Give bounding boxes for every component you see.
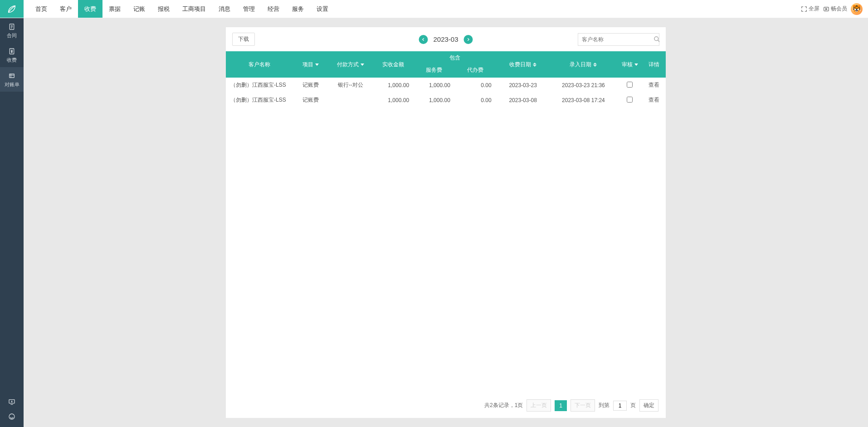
cell-agency-fee: 0.00 xyxy=(455,93,496,108)
th-customer: 客户名称 xyxy=(226,51,293,78)
pager-next-button[interactable]: 下一页 xyxy=(571,399,595,412)
th-include: 包含 xyxy=(414,51,496,64)
cell-audit xyxy=(617,78,643,93)
topnav-item-11[interactable]: 设置 xyxy=(310,0,335,18)
fullscreen-label: 全屏 xyxy=(809,5,819,13)
avatar[interactable]: 🐯 xyxy=(851,3,863,15)
date-switcher: 2023-03 xyxy=(419,35,473,44)
sidebar-item-0[interactable]: 合同 xyxy=(0,18,24,43)
next-month-button[interactable] xyxy=(464,35,473,44)
cell-pay-method xyxy=(329,93,372,108)
member-label: 畅会员 xyxy=(831,5,847,13)
chevron-left-icon xyxy=(421,37,425,42)
audit-checkbox[interactable] xyxy=(627,82,633,88)
topnav-item-5[interactable]: 报税 xyxy=(151,0,176,18)
cell-detail: 查看 xyxy=(643,78,666,93)
caret-down-icon xyxy=(315,64,319,66)
cell-agency-fee: 0.00 xyxy=(455,78,496,93)
search-box xyxy=(578,33,659,46)
panel-toolbar: 下载 2023-03 xyxy=(226,27,666,51)
fullscreen-icon xyxy=(801,6,807,12)
cell-service-fee: 1,000.00 xyxy=(414,78,455,93)
chevron-right-icon xyxy=(466,37,471,42)
search-input[interactable] xyxy=(578,36,653,43)
download-button[interactable]: 下载 xyxy=(232,33,255,46)
cell-service-fee: 1,000.00 xyxy=(414,93,455,108)
sidebar-item-1[interactable]: 收费 xyxy=(0,43,24,67)
pager-goto-prefix: 到第 xyxy=(599,402,610,409)
table-row: （勿删）江西服宝-LSS记账费银行--对公1,000.001,000.000.0… xyxy=(226,78,666,93)
pager-goto-suffix: 页 xyxy=(630,402,636,409)
pagination: 共2条记录，1页 上一页 1 下一页 到第 页 确定 xyxy=(226,393,666,418)
play-box-icon xyxy=(823,6,829,12)
topnav-item-3[interactable]: 票据 xyxy=(102,0,127,18)
pager-page-1[interactable]: 1 xyxy=(555,400,567,411)
cell-customer: （勿删）江西服宝-LSS xyxy=(226,93,293,108)
sidebar-item-label: 合同 xyxy=(7,32,17,39)
th-entry-date[interactable]: 录入日期 xyxy=(550,51,617,78)
member-button[interactable]: 畅会员 xyxy=(823,5,847,13)
pager-confirm-button[interactable]: 确定 xyxy=(639,399,658,412)
th-audit[interactable]: 审核 xyxy=(617,51,643,78)
pager-goto-input[interactable] xyxy=(613,401,627,411)
sheet-icon xyxy=(8,72,16,80)
topnav-item-9[interactable]: 经营 xyxy=(261,0,286,18)
search-icon xyxy=(653,36,660,43)
svg-rect-3 xyxy=(10,74,15,78)
th-service-fee: 服务费 xyxy=(414,64,455,78)
th-charge-date[interactable]: 收费日期 xyxy=(496,51,550,78)
content-area: 下载 2023-03 xyxy=(24,18,868,427)
table-header: 客户名称 项目 付款方式 实收金额 包含 收费日期 录入日期 审核 详情 服务费… xyxy=(226,51,666,78)
topnav-item-1[interactable]: 客户 xyxy=(54,0,78,18)
support-icon[interactable] xyxy=(8,412,16,421)
top-nav: 首页客户收费票据记账报税工商项目消息管理经营服务设置 xyxy=(24,0,335,18)
table-row: （勿删）江西服宝-LSS记账费1,000.001,000.000.002023-… xyxy=(226,93,666,108)
current-date: 2023-03 xyxy=(433,35,458,43)
topnav-item-6[interactable]: 工商项目 xyxy=(176,0,212,18)
sidebar-item-label: 收费 xyxy=(7,57,17,64)
data-table: 客户名称 项目 付款方式 实收金额 包含 收费日期 录入日期 审核 详情 服务费… xyxy=(226,51,666,108)
cell-audit xyxy=(617,93,643,108)
cell-detail: 查看 xyxy=(643,93,666,108)
topnav-item-4[interactable]: 记账 xyxy=(127,0,151,18)
yen-icon xyxy=(8,47,16,55)
cell-charge-date: 2023-03-08 xyxy=(496,93,550,108)
cell-project: 记账费 xyxy=(293,93,328,108)
th-actual-amount: 实收金额 xyxy=(372,51,414,78)
fullscreen-button[interactable]: 全屏 xyxy=(801,5,819,13)
pager-summary: 共2条记录，1页 xyxy=(484,402,523,409)
topnav-item-2[interactable]: 收费 xyxy=(78,0,102,18)
cell-entry-date: 2023-03-23 21:36 xyxy=(550,78,617,93)
view-link[interactable]: 查看 xyxy=(649,82,659,88)
view-link[interactable]: 查看 xyxy=(649,97,659,103)
topnav-item-0[interactable]: 首页 xyxy=(29,0,54,18)
pager-prev-button[interactable]: 上一页 xyxy=(527,399,551,412)
sidebar: 合同收费对账单 xyxy=(0,18,24,427)
sort-icon xyxy=(533,63,536,67)
topnav-item-7[interactable]: 消息 xyxy=(212,0,237,18)
cell-actual-amount: 1,000.00 xyxy=(372,93,414,108)
th-pay-method[interactable]: 付款方式 xyxy=(329,51,372,78)
leaf-icon xyxy=(7,4,17,14)
app-logo[interactable] xyxy=(0,0,24,18)
sidebar-item-2[interactable]: 对账单 xyxy=(0,67,24,92)
th-project[interactable]: 项目 xyxy=(293,51,328,78)
svg-point-6 xyxy=(654,37,658,41)
topnav-item-10[interactable]: 服务 xyxy=(286,0,310,18)
cell-actual-amount: 1,000.00 xyxy=(372,78,414,93)
cell-charge-date: 2023-03-23 xyxy=(496,78,550,93)
topnav-item-8[interactable]: 管理 xyxy=(237,0,261,18)
main-panel: 下载 2023-03 xyxy=(226,27,666,418)
cell-project: 记账费 xyxy=(293,78,328,93)
th-agency-fee: 代办费 xyxy=(455,64,496,78)
cell-customer: （勿删）江西服宝-LSS xyxy=(226,78,293,93)
table-body: （勿删）江西服宝-LSS记账费银行--对公1,000.001,000.000.0… xyxy=(226,78,666,108)
search-button[interactable] xyxy=(653,36,660,43)
topbar-right: 全屏 畅会员 🐯 xyxy=(801,0,868,18)
sidebar-bottom xyxy=(0,398,24,427)
th-detail: 详情 xyxy=(643,51,666,78)
prev-month-button[interactable] xyxy=(419,35,428,44)
sidebar-item-label: 对账单 xyxy=(5,81,20,88)
download-desktop-icon[interactable] xyxy=(8,398,16,406)
audit-checkbox[interactable] xyxy=(627,97,633,103)
